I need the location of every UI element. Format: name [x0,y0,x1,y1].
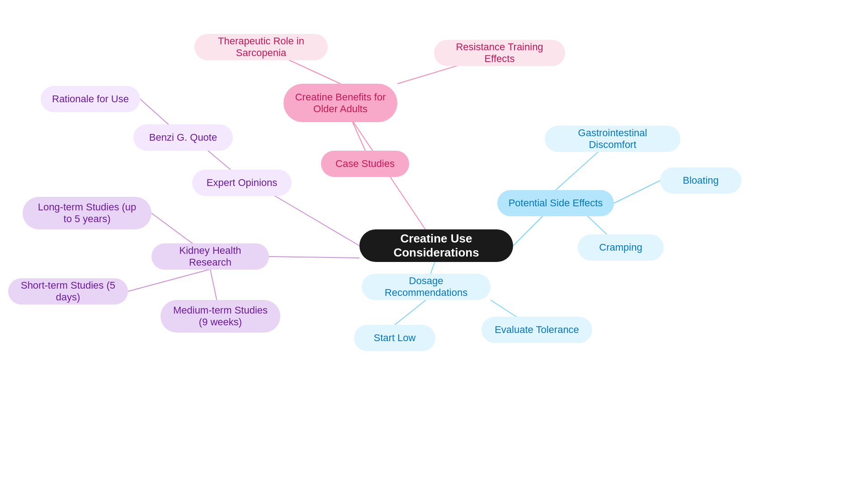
therapeutic-node[interactable]: Therapeutic Role in Sarcopenia [194,34,328,60]
center-node[interactable]: Creatine Use Considerations [359,229,513,262]
bloating-node[interactable]: Bloating [660,167,741,194]
svg-line-12 [395,300,426,325]
case-studies-node[interactable]: Case Studies [321,151,409,177]
creatine-benefits-node[interactable]: Creatine Benefits for Older Adults [283,84,397,122]
svg-line-3 [353,122,365,151]
svg-line-16 [614,181,660,203]
potential-side-effects-node[interactable]: Potential Side Effects [497,190,614,216]
shortterm-studies-node[interactable]: Short-term Studies (5 days) [8,278,128,304]
kidney-health-node[interactable]: Kidney Health Research [151,243,269,270]
longterm-studies-node[interactable]: Long-term Studies (up to 5 years) [23,197,151,229]
svg-line-9 [128,269,210,291]
startlow-node[interactable]: Start Low [354,325,435,351]
svg-line-7 [269,257,359,258]
cramping-node[interactable]: Cramping [578,234,664,261]
dosage-node[interactable]: Dosage Recommendations [362,274,491,300]
expert-opinions-node[interactable]: Expert Opinions [192,170,292,196]
gastro-node[interactable]: Gastrointestinal Discomfort [545,126,680,152]
mediumterm-studies-node[interactable]: Medium-term Studies (9 weeks) [160,300,280,333]
benzi-node[interactable]: Benzi G. Quote [133,124,233,151]
evaluate-node[interactable]: Evaluate Tolerance [481,317,592,343]
rationale-node[interactable]: Rationale for Use [41,86,140,112]
svg-line-6 [208,151,231,170]
resistance-node[interactable]: Resistance Training Effects [434,40,565,66]
